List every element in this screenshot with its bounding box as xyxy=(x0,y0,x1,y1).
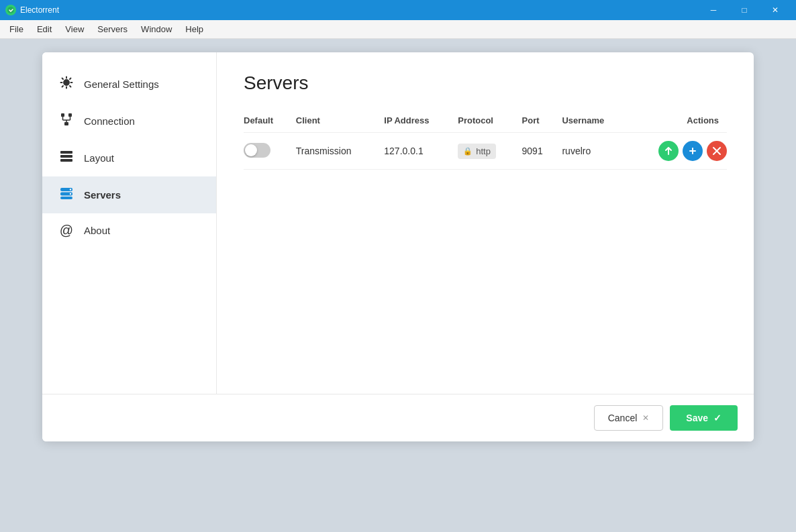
sidebar-item-general-settings[interactable]: General Settings xyxy=(42,66,216,103)
sidebar-item-servers[interactable]: Servers xyxy=(42,176,216,213)
app-logo xyxy=(5,5,16,15)
save-label: Save xyxy=(686,413,708,423)
connection-icon xyxy=(58,112,74,130)
delete-button[interactable] xyxy=(707,141,727,161)
svg-point-0 xyxy=(7,7,14,13)
layout-icon xyxy=(58,149,74,167)
sidebar-label-about: About xyxy=(84,225,110,236)
main-area: General Settings xyxy=(0,39,796,532)
cell-default xyxy=(244,133,296,170)
save-check-icon: ✓ xyxy=(713,413,722,423)
lock-icon: 🔒 xyxy=(463,147,472,156)
action-buttons xyxy=(632,141,727,161)
menu-window[interactable]: Window xyxy=(134,21,179,37)
settings-body: General Settings xyxy=(42,52,754,394)
svg-point-16 xyxy=(70,189,71,190)
col-header-username: Username xyxy=(562,110,632,133)
sidebar-item-connection[interactable]: Connection xyxy=(42,103,216,140)
connect-button[interactable] xyxy=(658,141,679,161)
app-title: Electorrent xyxy=(20,5,59,15)
toggle-knob xyxy=(245,144,257,156)
menu-help[interactable]: Help xyxy=(179,21,210,37)
cancel-button[interactable]: Cancel ✕ xyxy=(594,405,664,431)
svg-rect-10 xyxy=(60,151,72,154)
col-header-protocol: Protocol xyxy=(458,110,521,133)
svg-rect-12 xyxy=(60,159,72,162)
table-row: Transmission 127.0.0.1 🔒 http 9091 ruvel… xyxy=(244,133,727,170)
cancel-icon: ✕ xyxy=(642,413,649,423)
cell-username: ruvelro xyxy=(562,133,632,170)
col-header-actions: Actions xyxy=(632,110,727,133)
svg-rect-5 xyxy=(64,122,68,125)
window-controls: ─ □ ✕ xyxy=(698,0,791,20)
cancel-label: Cancel xyxy=(608,413,638,423)
sidebar-label-servers: Servers xyxy=(84,189,121,201)
at-icon: @ xyxy=(58,223,74,238)
page-title: Servers xyxy=(244,72,727,94)
sidebar-item-about[interactable]: @ About xyxy=(42,213,216,248)
svg-point-17 xyxy=(70,193,71,195)
maximize-button[interactable]: □ xyxy=(729,0,760,20)
default-toggle[interactable] xyxy=(244,143,270,158)
col-header-port: Port xyxy=(522,110,562,133)
menu-servers[interactable]: Servers xyxy=(91,21,134,37)
settings-window: General Settings xyxy=(42,52,754,441)
cell-protocol: 🔒 http xyxy=(458,133,521,170)
save-button[interactable]: Save ✓ xyxy=(670,405,738,431)
menu-file[interactable]: File xyxy=(3,21,30,37)
protocol-badge: 🔒 http xyxy=(458,144,496,159)
menubar: File Edit View Servers Window Help xyxy=(0,20,796,39)
protocol-value: http xyxy=(476,146,491,156)
minimize-button[interactable]: ─ xyxy=(698,0,729,20)
cell-ip: 127.0.0.1 xyxy=(384,133,458,170)
menu-edit[interactable]: Edit xyxy=(30,21,58,37)
col-header-default: Default xyxy=(244,110,296,133)
sidebar-label-general-settings: General Settings xyxy=(84,78,159,90)
sidebar-label-layout: Layout xyxy=(84,152,114,164)
servers-table: Default Client IP Address Protocol Port … xyxy=(244,110,727,170)
servers-icon xyxy=(58,186,74,204)
titlebar: Electorrent ─ □ ✕ xyxy=(0,0,796,20)
svg-rect-3 xyxy=(61,113,64,117)
cell-port: 9091 xyxy=(522,133,562,170)
sidebar-label-connection: Connection xyxy=(84,115,135,127)
sidebar: General Settings xyxy=(42,52,217,394)
titlebar-left: Electorrent xyxy=(5,5,59,15)
svg-rect-11 xyxy=(60,155,72,158)
cell-client: Transmission xyxy=(296,133,384,170)
menu-view[interactable]: View xyxy=(58,21,91,37)
col-header-client: Client xyxy=(296,110,384,133)
content-area: Servers Default Client IP Address Protoc… xyxy=(217,52,754,394)
close-button[interactable]: ✕ xyxy=(760,0,791,20)
edit-button[interactable] xyxy=(683,141,703,161)
settings-footer: Cancel ✕ Save ✓ xyxy=(42,394,754,441)
svg-rect-4 xyxy=(68,113,72,117)
col-header-ip: IP Address xyxy=(384,110,458,133)
svg-rect-15 xyxy=(60,197,72,199)
cell-actions xyxy=(632,133,727,170)
sidebar-item-layout[interactable]: Layout xyxy=(42,140,216,176)
gear-icon xyxy=(58,75,74,93)
